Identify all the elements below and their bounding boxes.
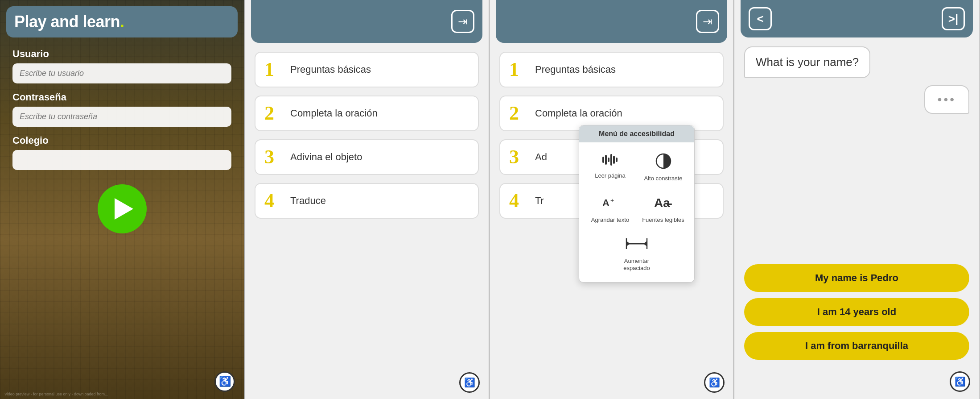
- menu-items-list: 1 Preguntas básicas 2 Completa la oració…: [245, 52, 489, 366]
- dropdown-grid: Leer página Alto constraste A +: [579, 142, 694, 282]
- dropdown-item-contrast[interactable]: Alto constraste: [637, 147, 690, 188]
- next-button[interactable]: >|: [942, 7, 965, 30]
- font-label: Fuentes legibles: [642, 216, 684, 224]
- menu-panel-with-dropdown: ⇥ 1 Preguntas básicas 2 Completa la orac…: [490, 0, 734, 399]
- question-bubble: What is your name?: [744, 46, 870, 78]
- menu-number-4: 4: [264, 191, 282, 211]
- menu-label-3: Adivina el objeto: [290, 151, 362, 163]
- menu-label-1: Preguntas básicas: [290, 64, 371, 75]
- dots-text: •••: [938, 92, 956, 106]
- answer-button-1[interactable]: My name is Pedro: [744, 264, 969, 292]
- watermark: Video preview - for personal use only - …: [4, 392, 108, 396]
- svg-text:A: A: [602, 197, 609, 208]
- chat-header: < >|: [741, 0, 973, 37]
- app-header: Play and learn.: [6, 6, 238, 37]
- svg-rect-2: [608, 158, 609, 162]
- menu-header-3: ⇥: [496, 0, 727, 43]
- logout-button[interactable]: ⇥: [451, 10, 474, 33]
- question-text: What is your name?: [756, 55, 859, 69]
- menu-label-3-3: Ad: [535, 151, 547, 163]
- chat-footer: ♿: [734, 367, 979, 399]
- app-title: Play and learn.: [14, 12, 124, 31]
- colegio-label: Colegio: [12, 135, 231, 146]
- chat-messages: What is your name? •••: [734, 46, 979, 264]
- usuario-input[interactable]: [12, 63, 231, 83]
- dropdown-item-font[interactable]: Aa Fuentes legibles: [637, 188, 690, 230]
- login-form: Usuario Contraseña Colegio: [0, 37, 244, 244]
- prev-button[interactable]: <: [749, 7, 772, 30]
- usuario-label: Usuario: [12, 48, 231, 60]
- svg-text:Aa: Aa: [654, 196, 670, 210]
- text-label: Agrandar texto: [591, 216, 629, 224]
- menu-label-3-2: Completa la oración: [535, 108, 622, 119]
- login-panel: Play and learn. Usuario Contraseña Coleg…: [0, 0, 245, 399]
- accessibility-icon-3: ♿: [709, 377, 720, 388]
- menu-number-3: 3: [264, 147, 282, 167]
- answer-button-3[interactable]: I am from barranquilla: [744, 332, 969, 360]
- accessibility-icon-4: ♿: [955, 376, 966, 387]
- svg-rect-0: [602, 157, 604, 163]
- next-icon: >|: [948, 12, 958, 26]
- logout-icon-3: ⇥: [703, 15, 712, 29]
- menu-item-2[interactable]: 2 Completa la oración: [255, 96, 479, 131]
- spacing-icon: [626, 236, 648, 255]
- dropdown-item-leer[interactable]: Leer página: [584, 147, 637, 188]
- menu-item-1[interactable]: 1 Preguntas básicas: [255, 52, 479, 87]
- svg-rect-5: [616, 158, 618, 162]
- dropdown-title: Menú de accesibilidad: [579, 125, 694, 142]
- menu-footer-3: ♿: [490, 366, 733, 399]
- logout-button-3[interactable]: ⇥: [696, 10, 719, 33]
- accessibility-button[interactable]: ♿: [459, 372, 480, 393]
- svg-rect-1: [605, 155, 607, 165]
- menu-header: ⇥: [251, 0, 482, 43]
- password-input[interactable]: [12, 107, 231, 127]
- menu-item-3-1[interactable]: 1 Preguntas básicas: [499, 52, 724, 87]
- prev-icon: <: [757, 12, 763, 26]
- menu-label-2: Completa la oración: [290, 108, 378, 119]
- accessibility-button-3[interactable]: ♿: [704, 372, 725, 393]
- menu-number-2: 2: [264, 104, 282, 123]
- menu-item-4[interactable]: 4 Traduce: [255, 183, 479, 219]
- text-plus-icon: A +: [602, 195, 618, 214]
- svg-rect-4: [613, 156, 615, 164]
- leer-label: Leer página: [595, 172, 626, 179]
- menu-label-4: Traduce: [290, 195, 326, 207]
- chat-panel: < >| What is your name? ••• My name is P…: [734, 0, 979, 399]
- colegio-input[interactable]: [12, 150, 231, 170]
- app-title-text: Play and learn: [14, 12, 120, 31]
- logout-icon: ⇥: [458, 15, 468, 29]
- password-label: Contraseña: [12, 91, 231, 103]
- dropdown-item-text[interactable]: A + Agrandar texto: [584, 188, 637, 230]
- accessibility-icon: ♿: [464, 377, 475, 388]
- contrast-icon: [655, 153, 671, 172]
- menu-footer: ♿: [245, 366, 489, 399]
- answer-options: My name is Pedro I am 14 years old I am …: [734, 264, 979, 360]
- accessibility-dropdown: Menú de accesibilidad Leer página: [579, 125, 695, 283]
- dots-bubble: •••: [924, 85, 969, 114]
- audio-wave-icon: [602, 153, 618, 170]
- menu-label-3-4: Tr: [535, 195, 544, 207]
- menu-number-3-4: 4: [509, 191, 527, 211]
- title-dot: .: [120, 12, 124, 31]
- dropdown-item-spacing[interactable]: Aumentarespaciado: [584, 229, 690, 278]
- accessibility-icon: ♿: [219, 376, 231, 387]
- menu-number-3-3: 3: [509, 147, 527, 167]
- font-icon: Aa: [654, 195, 673, 214]
- menu-panel: ⇥ 1 Preguntas básicas 2 Completa la orac…: [245, 0, 490, 399]
- svg-rect-10: [667, 204, 672, 205]
- accessibility-button[interactable]: ♿: [214, 371, 235, 392]
- accessibility-button-4[interactable]: ♿: [950, 371, 970, 392]
- answer-button-2[interactable]: I am 14 years old: [744, 298, 969, 326]
- spacing-label: Aumentarespaciado: [623, 258, 650, 271]
- play-icon: [115, 198, 133, 220]
- menu-item-3[interactable]: 3 Adivina el objeto: [255, 139, 479, 175]
- svg-rect-3: [610, 154, 612, 166]
- menu-number-1: 1: [264, 60, 282, 79]
- svg-text:+: +: [610, 197, 614, 204]
- menu-number-3-2: 2: [509, 104, 527, 123]
- play-button[interactable]: [98, 184, 147, 233]
- menu-number-3-1: 1: [509, 60, 527, 79]
- menu-label-3-1: Preguntas básicas: [535, 64, 616, 75]
- contrast-label: Alto constraste: [644, 175, 683, 182]
